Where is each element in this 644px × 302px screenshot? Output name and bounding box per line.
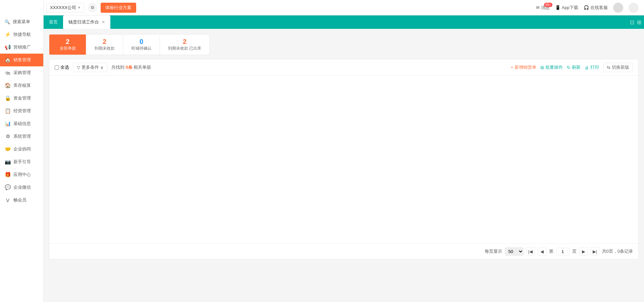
tab-close-icon[interactable]: ✕: [102, 20, 105, 24]
stat-label-pending: 旺铺待确认: [131, 46, 152, 51]
sidebar-item-operations[interactable]: 📋 经营管理: [0, 105, 43, 117]
sidebar: 🔍 搜索菜单 ⚡ 快捷导航 📢 营销推广 🏠 销售管理 🛍 采购管理 🏠 库存核…: [0, 0, 44, 302]
select-all-checkbox[interactable]: 全选: [55, 64, 69, 70]
found-text: 共找到 0条 相关单据: [111, 64, 151, 70]
stat-tab-shipped[interactable]: 2 到期未收款 已出库: [160, 35, 209, 55]
batch-icon: ⊞: [540, 65, 544, 70]
pagination-bar: 每页显示 50 100 |◀ ◀ 第 页 ▶ ▶| 共0页，0条记录: [49, 243, 638, 259]
prev-page-button[interactable]: ◀: [538, 247, 546, 256]
finance-icon: 🔒: [5, 95, 11, 101]
chevron-icon: ∨: [100, 65, 104, 70]
stat-tab-overdue[interactable]: 2 到期未收款: [86, 35, 123, 55]
switch-icon: ⇆: [607, 65, 610, 70]
sidebar-item-wechat[interactable]: 💬 企业微信: [0, 181, 43, 194]
sidebar-item-purchase[interactable]: 🛍 采购管理: [0, 66, 43, 79]
sidebar-item-sales[interactable]: 🏠 销售管理: [0, 54, 43, 66]
content-area: 全选 ▽ 更多条件 ∨ 共找到 0条 相关单据 + 新增销货单 ⊞ 批量操作: [49, 59, 639, 259]
purchase-icon: 🛍: [5, 70, 11, 76]
message-icon: ✉: [536, 5, 540, 10]
service-icon: 🎧: [584, 5, 589, 10]
apps-icon: 🎁: [5, 172, 11, 178]
chevron-down-icon: ▼: [77, 6, 81, 9]
page-label: 第: [549, 248, 553, 254]
found-count: 0条: [126, 65, 132, 70]
next-page-button[interactable]: ▶: [579, 247, 588, 256]
sidebar-item-basicinfo[interactable]: 📊 基础信息: [0, 117, 43, 130]
more-filters-button[interactable]: ▽ 更多条件 ∨: [73, 63, 107, 72]
batch-operation-button[interactable]: ⊞ 批量操作: [540, 64, 563, 70]
settings-button[interactable]: ⚙: [88, 3, 97, 12]
main-content: 2 全部单据 2 到期未收款 0 旺铺待确认 2 到期未收款 已出库 全选: [44, 29, 644, 302]
refresh-button[interactable]: ↻ 刷新: [567, 64, 581, 70]
stats-tabs: 2 全部单据 2 到期未收款 0 旺铺待确认 2 到期未收款 已出库: [49, 34, 210, 55]
stat-tab-all[interactable]: 2 全部单据: [49, 35, 86, 55]
print-icon: 🖨: [585, 65, 589, 70]
message-button[interactable]: ✉ 消息 99+: [536, 5, 550, 11]
member-icon: V: [5, 197, 11, 203]
system-icon: ⚙: [5, 133, 11, 139]
refresh-icon: ↻: [567, 65, 571, 70]
sidebar-item-guide[interactable]: 📷 新手引导: [0, 156, 43, 168]
filter-icon: ▽: [77, 65, 80, 70]
search-menu[interactable]: 🔍 搜索菜单: [0, 15, 43, 28]
tab-workbench[interactable]: 钱货日清工作台 ✕: [63, 15, 110, 29]
first-page-button[interactable]: |◀: [526, 247, 535, 256]
sales-icon: 🏠: [5, 57, 11, 63]
trial-button[interactable]: 体验行业方案: [101, 3, 136, 13]
top-header: 畅 畅捷通好生意 标准版 XXXXXX公司 ▼ ⚙ 体验行业方案 ✉ 消息 99…: [0, 0, 644, 15]
sidebar-item-member[interactable]: V 畅会员: [0, 194, 43, 206]
stat-count-shipped: 2: [168, 38, 201, 46]
operations-icon: 📋: [5, 108, 11, 114]
wechat-icon: 💬: [5, 184, 11, 190]
toolbar-left: 全选 ▽ 更多条件 ∨ 共找到 0条 相关单据: [55, 63, 151, 72]
page-size-select[interactable]: 50 100: [505, 247, 524, 256]
app-download-button[interactable]: 📱 App下载: [555, 5, 578, 11]
toolbar: 全选 ▽ 更多条件 ∨ 共找到 0条 相关单据 + 新增销货单 ⊞ 批量操作: [49, 59, 638, 76]
checkbox-input[interactable]: [55, 65, 59, 70]
tab-end-buttons: ⊡ ⊞: [630, 19, 641, 25]
stat-count-pending: 0: [131, 38, 152, 46]
switch-version-button[interactable]: ⇆ 切换新版: [603, 63, 633, 72]
marketing-icon: 📢: [5, 44, 11, 50]
page-size-label: 每页显示: [485, 248, 502, 254]
company-selector[interactable]: XXXXXX公司 ▼: [46, 3, 85, 12]
sidebar-item-apps[interactable]: 🎁 应用中心: [0, 168, 43, 181]
empty-area: [49, 76, 638, 243]
sidebar-item-finance[interactable]: 🔒 资金管理: [0, 92, 43, 105]
avatar[interactable]: [613, 3, 623, 13]
tab-minimize-button[interactable]: ⊡: [630, 19, 634, 25]
stat-label-shipped: 到期未收款 已出库: [168, 46, 201, 51]
stat-label-all: 全部单据: [60, 46, 76, 51]
page-number-input[interactable]: [556, 248, 570, 255]
nav-icon: ⚡: [5, 32, 11, 38]
avatar2[interactable]: [629, 3, 639, 13]
toolbar-right: + 新增销货单 ⊞ 批量操作 ↻ 刷新 🖨 打印 ⇆ 切换新版: [511, 63, 633, 72]
last-page-button[interactable]: ▶|: [591, 247, 599, 256]
print-button[interactable]: 🖨 打印: [585, 64, 599, 70]
page-label-end: 页: [572, 248, 577, 254]
stat-count-all: 2: [57, 38, 78, 46]
sidebar-item-marketing[interactable]: 📢 营销推广: [0, 41, 43, 54]
basicinfo-icon: 📊: [5, 121, 11, 127]
sidebar-item-cooperation[interactable]: 🤝 企业协同: [0, 143, 43, 156]
search-icon: 🔍: [5, 19, 10, 24]
cooperation-icon: 🤝: [5, 146, 11, 152]
inventory-icon: 🏠: [5, 82, 11, 88]
tab-maximize-button[interactable]: ⊞: [637, 19, 641, 25]
company-name: XXXXXX公司: [50, 5, 76, 11]
stat-label-overdue: 到期未收款: [95, 46, 115, 51]
add-order-button[interactable]: + 新增销货单: [511, 64, 536, 70]
sidebar-item-system[interactable]: ⚙ 系统管理: [0, 130, 43, 143]
guide-icon: 📷: [5, 159, 11, 165]
sidebar-item-inventory[interactable]: 🏠 库存核算: [0, 79, 43, 92]
stat-tab-pending[interactable]: 0 旺铺待确认: [123, 35, 160, 55]
stat-count-overdue: 2: [94, 38, 115, 46]
tab-home[interactable]: 首页: [44, 15, 63, 29]
tab-bar: 首页 钱货日清工作台 ✕ ⊡ ⊞: [44, 15, 644, 29]
message-badge: 99+: [544, 3, 552, 7]
download-icon: 📱: [555, 5, 560, 10]
total-info: 共0页，0条记录: [602, 248, 633, 254]
online-service-button[interactable]: 🎧 在线客服: [584, 5, 608, 11]
sidebar-item-nav[interactable]: ⚡ 快捷导航: [0, 28, 43, 41]
header-right: ✉ 消息 99+ 📱 App下载 🎧 在线客服: [536, 3, 639, 13]
